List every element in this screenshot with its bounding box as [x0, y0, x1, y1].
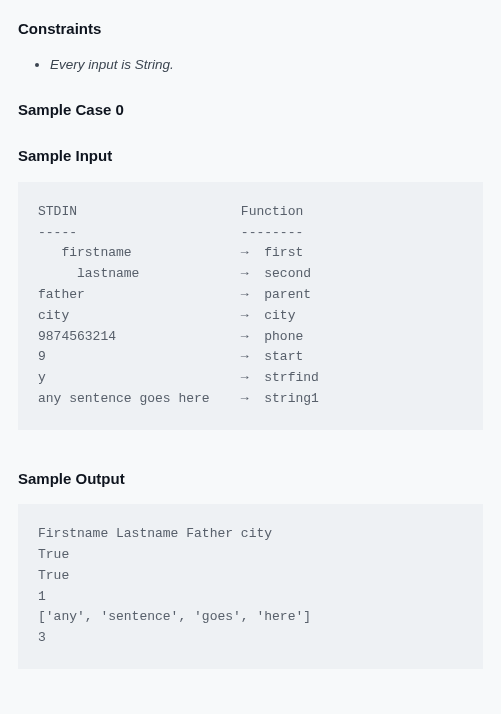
constraints-section: Constraints Every input is String.	[18, 18, 483, 75]
sample-input-section: Sample Input STDIN Function ----- ------…	[18, 145, 483, 429]
sample-case-heading: Sample Case 0	[18, 99, 483, 122]
constraints-heading: Constraints	[18, 18, 483, 41]
sample-output-section: Sample Output Firstname Lastname Father …	[18, 468, 483, 669]
sample-output-code: Firstname Lastname Father city True True…	[18, 504, 483, 669]
sample-input-heading: Sample Input	[18, 145, 483, 168]
sample-output-heading: Sample Output	[18, 468, 483, 491]
sample-case-section: Sample Case 0	[18, 99, 483, 122]
constraints-list: Every input is String.	[18, 55, 483, 75]
sample-input-code: STDIN Function ----- -------- firstname …	[18, 182, 483, 430]
constraints-item: Every input is String.	[50, 55, 483, 75]
